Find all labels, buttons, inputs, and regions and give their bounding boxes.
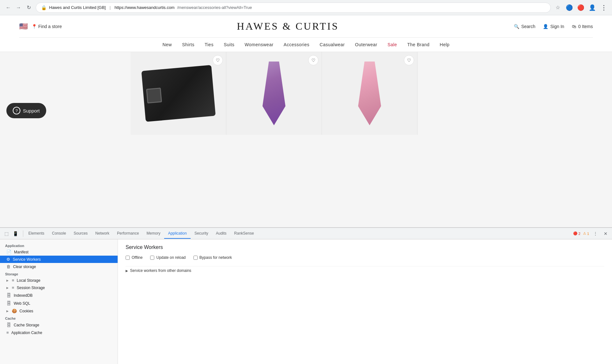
purple-tie-image: [226, 52, 322, 135]
error-icon: 🔴: [573, 231, 578, 236]
nav-shirts[interactable]: Shirts: [182, 42, 194, 47]
devtools-close-button[interactable]: ✕: [602, 230, 609, 237]
other-domains-section[interactable]: ▶ Service workers from other domains: [126, 266, 604, 275]
update-on-reload-checkbox-label[interactable]: Update on reload: [150, 255, 186, 260]
nav-ties[interactable]: Ties: [205, 42, 214, 47]
nav-womenswear[interactable]: Womenswear: [245, 42, 273, 47]
sidebar-item-cookies[interactable]: ▶ 🍪 Cookies: [0, 307, 118, 315]
pink-tie-image: [322, 52, 417, 135]
sidebar-item-indexeddb[interactable]: 🗄 IndexedDB: [0, 291, 118, 299]
sidebar-item-service-workers[interactable]: ⚙ Service Workers: [0, 256, 118, 263]
tab-network[interactable]: Network: [91, 229, 113, 239]
offline-checkbox-label[interactable]: Offline: [126, 255, 142, 260]
bypass-for-network-checkbox-label[interactable]: Bypass for network: [193, 255, 232, 260]
search-icon: 🔍: [514, 24, 519, 29]
support-button[interactable]: ? Support: [6, 103, 46, 118]
warning-badge: ⚠ 1: [583, 231, 589, 236]
signin-label: Sign In: [550, 24, 564, 29]
devtools-panel: ⬚ 📱 Elements Console Sources Network Per…: [0, 227, 612, 364]
sidebar-indexeddb-label: IndexedDB: [14, 293, 33, 298]
location-icon: 📍: [32, 24, 37, 29]
nav-new[interactable]: New: [163, 42, 172, 47]
pink-tie-graphic: [357, 62, 382, 125]
sidebar-storage-section: Storage: [0, 270, 118, 277]
nav-suits[interactable]: Suits: [224, 42, 235, 47]
tab-elements[interactable]: Elements: [25, 229, 48, 239]
product-card-belt[interactable]: ♡: [131, 52, 226, 135]
sidebar-item-clear-storage[interactable]: 🗑 Clear storage: [0, 263, 118, 270]
tab-separator: [23, 230, 23, 237]
sidebar-item-web-sql[interactable]: 🗄 Web SQL: [0, 299, 118, 307]
web-sql-icon: 🗄: [6, 301, 11, 306]
tab-memory[interactable]: Memory: [143, 229, 164, 239]
nav-buttons: ← → ↻: [4, 3, 33, 12]
product-card-purple-tie[interactable]: ♡: [226, 52, 322, 135]
address-bar[interactable]: 🔒 Hawes and Curtis Limited [GB] | https:…: [36, 3, 551, 13]
sidebar-cookies-label: Cookies: [19, 309, 33, 313]
extension1-button[interactable]: 🔵: [565, 3, 574, 12]
url-separator: |: [110, 5, 111, 10]
tab-application[interactable]: Application: [164, 229, 191, 239]
device-toolbar-button[interactable]: 📱: [11, 230, 19, 237]
lock-icon: 🔒: [41, 5, 47, 10]
devtools-right: 🔴 2 ⚠ 1 ⋮ ✕: [573, 230, 609, 237]
wishlist-button-purple-tie[interactable]: ♡: [308, 55, 318, 65]
nav-sale[interactable]: Sale: [388, 42, 397, 47]
clear-storage-icon: 🗑: [6, 264, 11, 269]
checkboxes-row: Offline Update on reload Bypass for netw…: [126, 255, 604, 260]
offline-checkbox[interactable]: [126, 256, 130, 260]
session-storage-expand-icon: ▶: [6, 286, 9, 289]
sidebar-item-cache-storage[interactable]: 🗄 Cache Storage: [0, 321, 118, 329]
tab-sources[interactable]: Sources: [70, 229, 91, 239]
sidebar-cache-storage-label: Cache Storage: [14, 323, 39, 327]
purple-tie-graphic: [261, 62, 287, 125]
tab-ranksense[interactable]: RankSense: [230, 229, 258, 239]
refresh-button[interactable]: ↻: [24, 3, 33, 12]
tab-security[interactable]: Security: [191, 229, 212, 239]
manifest-icon: 📄: [6, 250, 11, 254]
tab-performance[interactable]: Performance: [113, 229, 143, 239]
avatar-button[interactable]: 👤: [588, 3, 597, 12]
page-title: Hawes and Curtis Limited [GB]: [49, 5, 106, 10]
forward-button[interactable]: →: [14, 3, 23, 12]
tab-console[interactable]: Console: [48, 229, 70, 239]
tab-audits[interactable]: Audits: [212, 229, 230, 239]
cart-button[interactable]: 🛍 0 Items: [572, 24, 593, 29]
wishlist-button-belt[interactable]: ♡: [213, 55, 223, 65]
browser-actions: ☆ 🔵 🔴 👤 ⋮: [553, 3, 608, 12]
sidebar-item-manifest[interactable]: 📄 Manifest: [0, 248, 118, 256]
product-card-pink-tie[interactable]: ♡: [322, 52, 418, 135]
nav-accessories[interactable]: Accessories: [284, 42, 310, 47]
nav-casualwear[interactable]: Casualwear: [320, 42, 345, 47]
more-button[interactable]: ⋮: [599, 3, 608, 12]
inspect-element-button[interactable]: ⬚: [3, 230, 10, 237]
site-header-top: 🇺🇸 📍 Find a store HAWES & CURTIS 🔍 Searc…: [19, 15, 593, 37]
nav-help[interactable]: Help: [440, 42, 450, 47]
devtools-tab-icons: ⬚ 📱: [3, 230, 19, 237]
support-label: Support: [23, 108, 40, 113]
bypass-for-network-checkbox[interactable]: [193, 256, 198, 260]
nav-brand[interactable]: The Brand: [407, 42, 430, 47]
update-on-reload-checkbox[interactable]: [150, 256, 154, 260]
sidebar-item-session-storage[interactable]: ▶ ≡ Session Storage: [0, 284, 118, 291]
find-store-link[interactable]: 📍 Find a store: [32, 24, 62, 29]
sidebar-item-application-cache[interactable]: ≡ Application Cache: [0, 329, 118, 336]
sidebar-item-local-storage[interactable]: ▶ ≡ Local Storage: [0, 277, 118, 284]
wishlist-button-pink-tie[interactable]: ♡: [404, 55, 414, 65]
devtools-more-button[interactable]: ⋮: [592, 230, 599, 237]
signin-button[interactable]: 👤 Sign In: [543, 24, 564, 29]
extension2-button[interactable]: 🔴: [576, 3, 585, 12]
store-label: Find a store: [38, 24, 62, 29]
bookmark-button[interactable]: ☆: [553, 3, 562, 12]
search-button[interactable]: 🔍 Search: [514, 24, 535, 29]
devtools-body: Application 📄 Manifest ⚙ Service Workers…: [0, 239, 612, 364]
service-workers-icon: ⚙: [6, 257, 10, 262]
other-domains-expand-icon: ▶: [126, 269, 128, 273]
nav-outerwear[interactable]: Outerwear: [355, 42, 377, 47]
sidebar-clear-storage-label: Clear storage: [13, 265, 36, 269]
back-button[interactable]: ←: [4, 3, 13, 12]
bypass-for-network-label: Bypass for network: [200, 255, 232, 260]
product-grid: ♡ ♡ ♡: [131, 52, 612, 135]
cookies-expand-icon: ▶: [6, 309, 9, 313]
other-domains-label: Service workers from other domains: [130, 268, 191, 273]
